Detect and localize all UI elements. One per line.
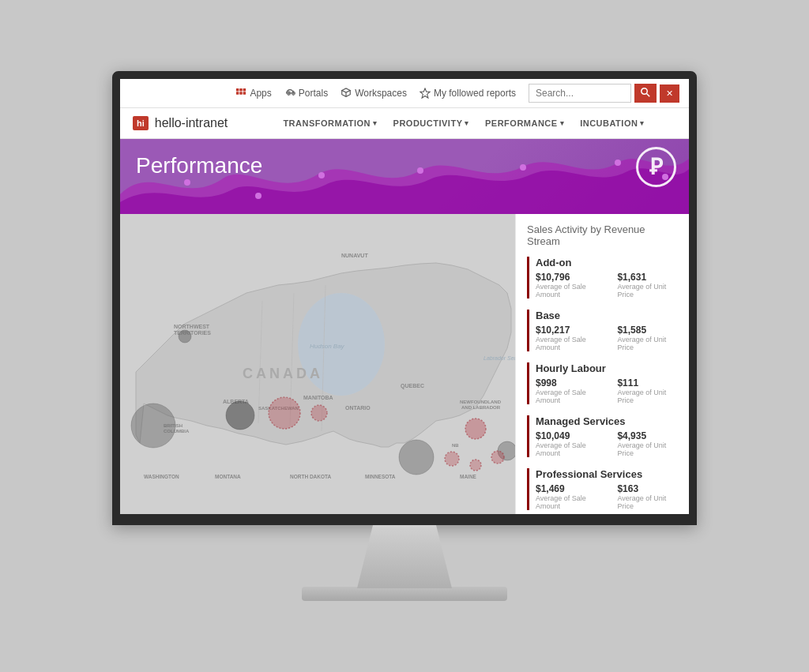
apps-icon	[235, 88, 246, 99]
search-clear-icon: ✕	[666, 88, 673, 98]
apps-label: Apps	[250, 88, 271, 99]
search-container: ✕	[529, 84, 679, 103]
search-clear-button[interactable]: ✕	[660, 84, 679, 103]
search-button-icon	[641, 88, 650, 97]
monitor-base	[302, 587, 507, 601]
sale-amount-metric: $998 Average of Sale Amount	[536, 377, 604, 404]
svg-point-9	[184, 179, 190, 186]
svg-point-10	[255, 193, 262, 199]
unit-price-label: Average of Unit Price	[617, 441, 678, 457]
unit-price-value: $1,631	[617, 272, 678, 283]
svg-point-45	[226, 401, 254, 430]
svg-text:Ꝑ: Ꝑ	[649, 155, 664, 179]
monitor-stand	[325, 525, 484, 588]
unit-price-value: $111	[617, 377, 678, 389]
chevron-down-icon: ▾	[465, 119, 469, 127]
monitor-wrapper: Apps Portals Workspaces	[112, 71, 697, 601]
app-header: hi hello-intranet TRANSFORMATION ▾ PRODU…	[120, 108, 689, 139]
sales-item-name: Add-on	[536, 257, 678, 268]
svg-text:NEWFOUNDLAND: NEWFOUNDLAND	[460, 400, 502, 404]
unit-price-label: Average of Unit Price	[617, 389, 678, 404]
search-input[interactable]	[529, 84, 631, 103]
sales-item: Managed Services $10,049 Average of Sale…	[527, 415, 678, 457]
svg-point-11	[318, 172, 325, 178]
unit-price-metric: $1,585 Average of Unit Price	[617, 325, 678, 351]
svg-text:MANITOBA: MANITOBA	[303, 395, 333, 400]
map-area: CANADA NORTHWEST TERRITORIES NUNAVUT ALB…	[120, 214, 515, 514]
portals-label: Portals	[299, 88, 328, 99]
sales-item-name: Hourly Labour	[536, 362, 678, 374]
sales-panel: Sales Activity by Revenue Stream Add-on …	[515, 214, 689, 514]
svg-text:NUNAVUT: NUNAVUT	[341, 253, 368, 258]
svg-line-8	[647, 94, 650, 97]
workspaces-icon	[341, 88, 352, 99]
logo-icon: hi	[133, 116, 149, 130]
svg-text:CANADA: CANADA	[243, 366, 323, 381]
unit-price-value: $1,585	[617, 325, 678, 336]
nav-item-followed-reports[interactable]: My followed reports	[420, 88, 516, 99]
performance-logo-icon: Ꝑ	[634, 145, 678, 189]
svg-rect-0	[236, 88, 239, 92]
sales-item: Hourly Labour $998 Average of Sale Amoun…	[527, 362, 678, 404]
unit-price-label: Average of Unit Price	[617, 336, 678, 351]
svg-point-53	[470, 460, 481, 471]
sales-metrics: $998 Average of Sale Amount $111 Average…	[536, 377, 678, 404]
unit-price-label: Average of Unit Price	[617, 494, 678, 510]
sales-panel-title: Sales Activity by Revenue Stream	[527, 223, 678, 247]
svg-text:NORTH DAKOTA: NORTH DAKOTA	[290, 474, 332, 479]
svg-rect-4	[240, 92, 243, 95]
svg-text:Labrador Sea: Labrador Sea	[484, 355, 515, 361]
sale-amount-label: Average of Sale Amount	[536, 336, 604, 351]
sale-amount-label: Average of Sale Amount	[536, 494, 604, 510]
content-area: CANADA NORTHWEST TERRITORIES NUNAVUT ALB…	[120, 214, 689, 514]
svg-point-14	[615, 160, 621, 166]
sales-metrics: $1,469 Average of Sale Amount $163 Avera…	[536, 483, 678, 510]
sales-item-name: Managed Services	[536, 415, 678, 427]
sale-amount-label: Average of Sale Amount	[536, 441, 604, 457]
svg-point-12	[417, 167, 423, 174]
svg-point-46	[399, 440, 434, 475]
nav-performance[interactable]: PERFORMANCE ▾	[485, 118, 564, 128]
svg-text:Hudson Bay: Hudson Bay	[310, 343, 345, 350]
svg-point-7	[642, 88, 648, 95]
sales-metrics: $10,796 Average of Sale Amount $1,631 Av…	[536, 272, 678, 298]
svg-point-49	[311, 405, 327, 421]
nav-productivity[interactable]: PRODUCTIVITY ▾	[393, 118, 469, 128]
sales-metrics: $10,217 Average of Sale Amount $1,585 Av…	[536, 325, 678, 351]
svg-marker-6	[420, 88, 430, 98]
sales-item: Base $10,217 Average of Sale Amount $1,5…	[527, 310, 678, 351]
svg-point-50	[465, 419, 486, 439]
chevron-down-icon: ▾	[560, 119, 565, 127]
search-button[interactable]	[634, 84, 657, 103]
svg-point-48	[269, 397, 300, 429]
performance-logo: Ꝑ	[634, 145, 678, 197]
workspaces-label: Workspaces	[355, 88, 407, 99]
svg-point-44	[131, 404, 175, 448]
unit-price-label: Average of Unit Price	[617, 283, 678, 298]
svg-text:MINNESOTA: MINNESOTA	[365, 474, 396, 479]
svg-rect-2	[243, 88, 246, 92]
unit-price-metric: $4,935 Average of Unit Price	[617, 430, 678, 457]
svg-text:WASHINGTON: WASHINGTON	[144, 474, 179, 479]
nav-transformation[interactable]: TRANSFORMATION ▾	[283, 118, 377, 128]
sales-items-container: Add-on $10,796 Average of Sale Amount $1…	[527, 257, 678, 514]
svg-text:MONTANA: MONTANA	[215, 474, 241, 479]
svg-text:MAINE: MAINE	[460, 474, 477, 479]
sale-amount-metric: $10,217 Average of Sale Amount	[536, 325, 604, 351]
svg-point-54	[179, 330, 191, 343]
svg-rect-1	[240, 88, 243, 92]
canada-map-svg: CANADA NORTHWEST TERRITORIES NUNAVUT ALB…	[120, 214, 515, 514]
sale-amount-label: Average of Sale Amount	[536, 283, 604, 298]
portals-icon	[284, 88, 295, 99]
monitor-screen: Apps Portals Workspaces	[112, 71, 697, 525]
chevron-down-icon: ▾	[640, 119, 645, 127]
svg-point-13	[520, 164, 526, 171]
unit-price-metric: $1,631 Average of Unit Price	[617, 272, 678, 298]
sale-amount-value: $10,217	[536, 325, 604, 336]
nav-item-apps[interactable]: Apps	[235, 88, 271, 99]
nav-incubation[interactable]: INCUBATION ▾	[580, 118, 645, 128]
sale-amount-value: $10,796	[536, 272, 604, 283]
nav-item-portals[interactable]: Portals	[284, 88, 328, 99]
nav-item-workspaces[interactable]: Workspaces	[341, 88, 407, 99]
sale-amount-value: $998	[536, 377, 604, 389]
